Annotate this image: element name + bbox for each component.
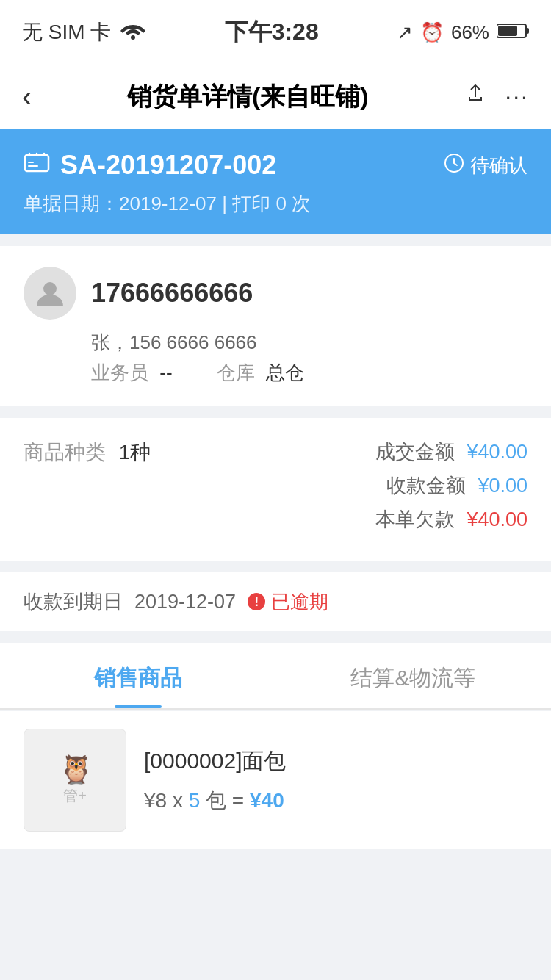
summary-amounts: 成交金额 ¥40.00 收款金额 ¥0.00 本单欠款 ¥40.00 [375, 439, 527, 540]
order-status: 待确认 [444, 153, 527, 179]
status-bar: 无 SIM 卡 下午3:28 ↗ ⏰ 66% [0, 0, 551, 65]
nav-actions: ··· [464, 82, 529, 112]
back-button[interactable]: ‹ [22, 80, 32, 113]
sales-label: 业务员 [91, 361, 148, 383]
order-header-card: SA-20191207-002 待确认 单据日期：2019-12-07 | 打印… [0, 129, 551, 234]
order-icon [24, 150, 50, 181]
product-qty: 5 [189, 789, 201, 812]
nav-bar: ‹ 销货单详情(来自旺铺) ··· [0, 65, 551, 129]
warehouse-label: 仓库 [217, 361, 255, 383]
received-label: 收款金额 [386, 472, 466, 499]
customer-name: 张，156 6666 6666 [24, 330, 527, 356]
amount-value: ¥40.00 [467, 441, 527, 464]
product-price: ¥8 x 5 包 = ¥40 [144, 787, 527, 815]
svg-rect-3 [498, 26, 517, 36]
overdue-text: 已逾期 [271, 589, 328, 615]
price-equals: = [232, 789, 250, 812]
price-value: ¥8 [144, 789, 167, 812]
category-label: 商品种类 [24, 441, 106, 464]
price-multiply: x [173, 789, 189, 812]
status-right: ↗ ⏰ 66% [397, 21, 529, 44]
customer-phone: 17666666666 [91, 278, 253, 309]
more-button[interactable]: ··· [505, 83, 529, 110]
avatar [24, 267, 76, 320]
tab-settlement-logistics[interactable]: 结算&物流等 [276, 643, 551, 708]
status-time: 下午3:28 [225, 16, 319, 48]
overdue-icon: ! [248, 593, 265, 610]
svg-point-0 [131, 35, 135, 40]
gray-spacer [0, 849, 551, 980]
due-date-label: 收款到期日 [24, 588, 123, 615]
battery-icon [497, 21, 529, 44]
tabs-container: 销售商品 结算&物流等 [0, 643, 551, 710]
no-sim-text: 无 SIM 卡 [22, 18, 111, 46]
battery-text: 66% [451, 21, 489, 44]
received-value: ¥0.00 [478, 475, 527, 497]
sales-value: -- [159, 361, 172, 383]
svg-rect-4 [25, 155, 48, 171]
summary-card: 商品种类 1种 成交金额 ¥40.00 收款金额 ¥0.00 本单欠款 ¥40.… [0, 418, 551, 561]
wifi-icon [120, 21, 146, 45]
order-id: SA-20191207-002 [24, 150, 276, 181]
overdue-badge: ! 已逾期 [248, 589, 328, 615]
customer-meta: 业务员 -- 仓库 总仓 [24, 360, 527, 386]
product-info: [0000002]面包 ¥8 x 5 包 = ¥40 [144, 746, 527, 815]
category-value: 1种 [119, 441, 151, 464]
svg-point-6 [43, 282, 57, 295]
svg-rect-2 [526, 28, 529, 34]
product-card: 🦉 管+ [0000002]面包 ¥8 x 5 包 = ¥40 [0, 711, 551, 849]
owed-value: ¥40.00 [467, 508, 527, 531]
product-total: ¥40 [250, 789, 284, 812]
warehouse-value: 总仓 [266, 361, 304, 383]
product-unit: 包 [206, 789, 226, 812]
due-date-card: 收款到期日 2019-12-07 ! 已逾期 [0, 572, 551, 631]
amount-label: 成交金额 [375, 439, 455, 465]
product-thumbnail: 🦉 管+ [24, 729, 126, 832]
clock-icon [444, 153, 464, 179]
order-date: 单据日期：2019-12-07 | 打印 0 次 [24, 191, 527, 217]
location-icon: ↗ [397, 21, 413, 44]
share-button[interactable] [464, 82, 487, 112]
customer-info-card: 17666666666 张，156 6666 6666 业务员 -- 仓库 总仓 [0, 246, 551, 406]
product-name: [0000002]面包 [144, 746, 527, 777]
owed-label: 本单欠款 [375, 506, 455, 533]
page-title: 销货单详情(来自旺铺) [127, 80, 369, 114]
due-date-value: 2019-12-07 [134, 591, 236, 613]
status-left: 无 SIM 卡 [22, 18, 146, 46]
alarm-icon: ⏰ [420, 21, 444, 44]
tab-sales-products[interactable]: 销售商品 [0, 643, 276, 708]
